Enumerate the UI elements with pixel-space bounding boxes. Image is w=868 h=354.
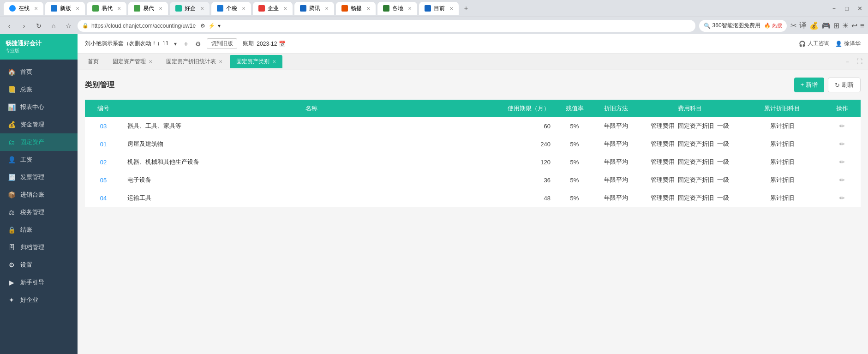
wallet-icon[interactable]: 💰 (809, 21, 819, 30)
edit-icon[interactable]: ✏ (839, 140, 845, 148)
window-maximize[interactable]: □ (842, 4, 851, 13)
sidebar-item-inventory[interactable]: 📦 进销台账 (0, 186, 78, 204)
tab-home[interactable]: 首页 (81, 55, 105, 68)
add-account-button[interactable]: ＋ (182, 40, 190, 48)
browser-tab-7[interactable]: 企业 ✕ (253, 2, 293, 15)
window-close[interactable]: ✕ (855, 4, 864, 13)
tab-close-9[interactable]: ✕ (366, 6, 370, 11)
menu-icon[interactable]: ≡ (860, 22, 864, 30)
address-bar[interactable]: 🔒 https://cloud.chanjet.com/accounting/u… (78, 20, 695, 32)
row-id-link[interactable]: 03 (100, 123, 107, 130)
tab-close-7[interactable]: ✕ (283, 6, 287, 11)
sidebar-item-closing[interactable]: 🔒 结账 (0, 221, 78, 239)
tab-close-10[interactable]: ✕ (408, 6, 412, 11)
tab-close-1[interactable]: ✕ (34, 6, 38, 11)
sidebar-item-funds[interactable]: 💰 资金管理 (0, 116, 78, 133)
row-id-link[interactable]: 04 (100, 195, 107, 202)
sidebar-item-settings[interactable]: ⚙ 设置 (0, 256, 78, 274)
grid-icon[interactable]: ⊞ (833, 21, 839, 30)
tab-close-2[interactable]: ✕ (76, 6, 79, 11)
panel-minimize[interactable]: － (842, 57, 852, 67)
tab-close-asset-mgr[interactable]: ✕ (149, 59, 152, 64)
row-id-link[interactable]: 05 (100, 177, 107, 184)
category-table: 编号 名称 使用期限（月） 残值率 折旧方法 费用科目 累计折旧科目 操作 03… (85, 100, 861, 207)
row-id-link[interactable]: 01 (100, 141, 107, 148)
sidebar-item-reports[interactable]: 📊 报表中心 (0, 98, 78, 116)
tab-close-6[interactable]: ✕ (242, 6, 245, 11)
cell-name: 机器、机械和其他生产设备 (122, 153, 501, 171)
guide-icon: ▶ (7, 278, 16, 287)
brightness-icon[interactable]: ☀ (842, 21, 849, 30)
bookmark-button[interactable]: ☆ (63, 20, 74, 31)
sidebar-item-guide[interactable]: ▶ 新手引导 (0, 274, 78, 291)
sidebar-item-ledger[interactable]: 📒 总账 (0, 81, 78, 98)
cell-expense: 管理费用_固定资产折旧_一级 (639, 135, 741, 153)
panel-maximize[interactable]: ⛶ (854, 57, 864, 67)
row-id-link[interactable]: 02 (100, 159, 107, 166)
consult-button[interactable]: 🎧 人工咨询 (799, 40, 830, 48)
refresh-button[interactable]: ↻ 刷新 (828, 78, 861, 92)
home-button[interactable]: ⌂ (48, 20, 59, 31)
settings-header-button[interactable]: ⚙ (195, 40, 201, 48)
scissors-icon[interactable]: ✂ (790, 21, 796, 30)
search-bar[interactable]: 🔍 360智能抠图免费用 🔥 热搜 (699, 20, 787, 32)
browser-tab-5[interactable]: 好企 ✕ (170, 2, 210, 15)
sidebar-item-tax[interactable]: ⚖ 税务管理 (0, 204, 78, 221)
user-info[interactable]: 👤 徐泽华 (835, 40, 861, 48)
tab-depreciation[interactable]: 固定资产折旧统计表 ✕ (160, 55, 229, 68)
cell-method: 年限平均 (593, 153, 639, 171)
browser-tab-4[interactable]: 易代 ✕ (128, 2, 168, 15)
sidebar-label-home: 首页 (20, 68, 32, 76)
sidebar-item-invoice[interactable]: 🧾 发票管理 (0, 168, 78, 186)
sidebar: 畅捷通好会计 专业版 🏠 首页 📒 总账 📊 报表中心 💰 资金管理 � (0, 34, 78, 354)
browser-tab-8[interactable]: 腾讯 ✕ (294, 2, 334, 15)
window-minimize[interactable]: － (829, 4, 838, 13)
browser-tab-3[interactable]: 易代 ✕ (87, 2, 126, 15)
forward-button[interactable]: › (18, 20, 30, 31)
tab-close-5[interactable]: ✕ (200, 6, 204, 11)
app-container: 畅捷通好会计 专业版 🏠 首页 📒 总账 📊 报表中心 💰 资金管理 � (0, 34, 868, 354)
account-dropdown[interactable]: ▾ (174, 41, 177, 47)
invoice-icon: 🧾 (7, 173, 16, 181)
undo-icon[interactable]: ↩ (851, 21, 857, 30)
edit-icon[interactable]: ✏ (839, 176, 845, 184)
tabs-bar: 首页 固定资产管理 ✕ 固定资产折旧统计表 ✕ 固定资产类别 ✕ － ⛶ (78, 54, 868, 70)
headset-icon: 🎧 (799, 41, 806, 47)
browser-tab-9[interactable]: 畅提 ✕ (336, 2, 376, 15)
add-button[interactable]: + 新增 (794, 78, 824, 92)
tab-close-3[interactable]: ✕ (117, 6, 121, 11)
back-button[interactable]: ‹ (4, 20, 15, 31)
table-row: 05 电子设备 36 5% 年限平均 管理费用_固定资产折旧_一级 累计折旧 ✏ (85, 171, 861, 189)
edit-icon[interactable]: ✏ (839, 122, 845, 130)
calendar-icon[interactable]: 📅 (279, 41, 286, 47)
browser-tab-11[interactable]: 目前 ✕ (419, 2, 459, 15)
sidebar-item-salary[interactable]: 👤 工资 (0, 151, 78, 168)
translate-icon[interactable]: 译 (799, 21, 807, 30)
browser-tab-6[interactable]: 个税 ✕ (211, 2, 251, 15)
tab-close-8[interactable]: ✕ (325, 6, 329, 11)
tab-category[interactable]: 固定资产类别 ✕ (230, 55, 282, 68)
salary-icon: 👤 (7, 156, 16, 164)
games-icon[interactable]: 🎮 (821, 21, 831, 30)
home-icon: 🏠 (7, 68, 16, 76)
col-expense: 费用科目 (639, 100, 741, 117)
cell-expense: 管理费用_固定资产折旧_一级 (639, 117, 741, 135)
browser-tab-2[interactable]: 新版 ✕ (45, 2, 85, 15)
edit-icon[interactable]: ✏ (839, 194, 845, 202)
tab-close-4[interactable]: ✕ (159, 6, 162, 11)
browser-tab-1[interactable]: 在线 ✕ (4, 2, 43, 15)
sidebar-item-more[interactable]: ✦ 好企业 (0, 291, 78, 309)
sidebar-item-home[interactable]: 🏠 首页 (0, 63, 78, 81)
switch-version-button[interactable]: 切到旧版 (207, 38, 237, 49)
new-tab-button[interactable]: ＋ (461, 3, 472, 14)
sidebar-item-archive[interactable]: 🗄 归档管理 (0, 239, 78, 256)
reload-button[interactable]: ↻ (33, 20, 44, 31)
browser-tab-10[interactable]: 各地 ✕ (377, 2, 417, 15)
tab-close-category[interactable]: ✕ (272, 59, 276, 64)
tab-close-depreciation[interactable]: ✕ (219, 59, 222, 64)
tab-asset-mgr[interactable]: 固定资产管理 ✕ (106, 55, 159, 68)
cell-id: 03 (85, 117, 122, 135)
edit-icon[interactable]: ✏ (839, 158, 845, 166)
sidebar-item-assets[interactable]: 🗂 固定资产 (0, 133, 78, 151)
tab-close-11[interactable]: ✕ (449, 6, 453, 11)
